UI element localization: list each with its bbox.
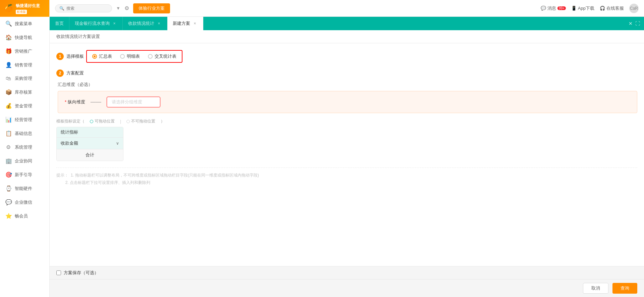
radio-cross-dot	[148, 54, 153, 59]
expand-icon[interactable]: ⛶	[635, 21, 640, 26]
sidebar-item-basic-info[interactable]: 📋 基础信息	[0, 127, 49, 140]
sidebar-item-marketing[interactable]: 🎁 营销推广	[0, 44, 49, 58]
tab-cash-bank[interactable]: 现金银行流水查询 ×	[69, 17, 123, 30]
sidebar-item-sales[interactable]: 👤 销售管理	[0, 58, 49, 72]
metrics-cell-revenue[interactable]: 收款金额 ∨	[57, 138, 123, 149]
dimension-area: * 纵向维度 —— 请选择分组维度	[58, 91, 637, 113]
gear-icon: ⚙	[5, 144, 11, 150]
step1-number: 1	[59, 54, 61, 59]
tab-receipt-stats-close-icon[interactable]: ×	[156, 21, 162, 26]
download-btn[interactable]: 📱 App下载	[571, 5, 594, 11]
notification-btn[interactable]: 💬 消息 99+	[541, 5, 566, 11]
settings-icon[interactable]: ⚙	[124, 5, 129, 11]
radio-cross-label: 交叉统计表	[155, 53, 176, 59]
step2-number: 2	[59, 71, 61, 76]
sidebar-item-enterprise-wechat[interactable]: 💬 企业微信	[0, 195, 49, 209]
tab-receipt-stats[interactable]: 收款情况统计 ×	[123, 17, 167, 30]
download-icon: 📱	[571, 6, 577, 11]
tabbar-end: ✕ ⛶	[625, 17, 644, 30]
tip-text-2: 2. 点击标题栏下拉可设置排序、插入列和删除列	[56, 179, 637, 187]
step1-title: 选择模板	[66, 53, 84, 59]
vertical-dimension-label: * 纵向维度	[65, 99, 85, 105]
main-content: 🔍 ▼ ⚙ 体验行业方案 💬 消息 99+ 📱 App下载 🎧 在线客服 CaR	[50, 0, 644, 297]
metrics-label-suffix: ）	[161, 118, 165, 124]
sidebar-item-smart-hw[interactable]: ⌚ 智能硬件	[0, 182, 49, 195]
cancel-button[interactable]: 取消	[583, 283, 608, 294]
sidebar-item-label: 库存核算	[15, 89, 32, 95]
metrics-section: 模板指标设定（ 可拖动位置 | 不可拖动位置 ）	[56, 118, 637, 162]
sidebar-item-guide[interactable]: 🎯 新手引导	[0, 168, 49, 182]
save-checkbox[interactable]	[56, 270, 61, 275]
query-button[interactable]: 查询	[612, 283, 637, 294]
chevron-down-icon[interactable]: ∨	[116, 141, 119, 146]
step1-section: 1 选择模板 汇总表 明细表	[56, 50, 637, 63]
no-drag-dot-icon	[126, 120, 130, 123]
tips-area: 提示： 1. 拖动标题栏可以调整布局，不可跨维度或指标区域拖动栏目字段(只能在同…	[56, 167, 637, 186]
building-icon: 🏢	[5, 158, 11, 164]
search-box[interactable]: 🔍	[55, 4, 112, 12]
bag-icon: 🛍	[5, 76, 11, 82]
tab-home[interactable]: 首页	[50, 17, 69, 30]
metrics-cell-label: 收款金额	[61, 140, 78, 146]
sidebar-item-label: 智能硬件	[15, 186, 32, 192]
content-area: 收款情况统计方案设置 1 选择模板 汇总表	[50, 30, 644, 297]
sidebar-item-search-menu[interactable]: 🔍 搜索菜单	[0, 17, 49, 31]
radio-detail-label: 明细表	[127, 53, 140, 59]
draggable-indicator: 可拖动位置	[90, 118, 115, 124]
metrics-label: 模板指标设定（	[56, 118, 85, 124]
search-icon: 🔍	[5, 20, 11, 27]
download-label: App下载	[578, 5, 594, 11]
sidebar-item-quick-nav[interactable]: 🏠 快捷导航	[0, 31, 49, 44]
sidebar-item-capital[interactable]: 💰 资金管理	[0, 99, 49, 113]
metrics-table: 统计指标 收款金额 ∨ 合计	[56, 127, 123, 161]
radio-summary-label: 汇总表	[99, 53, 112, 59]
chart-icon: 📊	[5, 116, 11, 123]
tab-new-plan-close-icon[interactable]: ×	[192, 21, 198, 26]
sidebar-item-label: 营销推广	[15, 48, 32, 54]
dimension-input[interactable]: 请选择分组维度	[107, 97, 160, 107]
sidebar-item-operations[interactable]: 📊 经营管理	[0, 113, 49, 127]
topbar-right: 💬 消息 99+ 📱 App下载 🎧 在线客服 CaR	[541, 4, 639, 13]
radio-summary[interactable]: 汇总表	[92, 53, 112, 59]
user-avatar[interactable]: CaR	[629, 4, 639, 13]
search-icon: 🔍	[59, 6, 64, 11]
industry-btn[interactable]: 体验行业方案	[133, 3, 170, 13]
step2-section: 2 方案配置 汇总维度（必选） * 纵向维度 ——	[56, 69, 637, 186]
radio-cross[interactable]: 交叉统计表	[148, 53, 176, 59]
dimension-placeholder: 请选择分组维度	[112, 99, 142, 105]
search-dropdown-icon[interactable]: ▼	[116, 6, 120, 11]
sidebar-item-member[interactable]: ⭐ 畅会员	[0, 209, 49, 223]
sidebar-item-system[interactable]: ⚙ 系统管理	[0, 140, 49, 154]
support-btn[interactable]: 🎧 在线客服	[600, 5, 624, 11]
tip-text-1: 提示： 1. 拖动标题栏可以调整布局，不可跨维度或指标区域拖动栏目字段(只能在同…	[56, 172, 637, 179]
radio-summary-dot	[92, 54, 97, 59]
sidebar-item-label: 新手引导	[15, 172, 32, 178]
support-icon: 🎧	[600, 6, 605, 11]
search-input[interactable]	[66, 6, 110, 11]
footer: 取消 查询	[50, 279, 644, 297]
sidebar-item-label: 销售管理	[15, 62, 32, 68]
notification-badge: 99+	[557, 6, 566, 10]
close-all-icon[interactable]: ✕	[629, 21, 633, 26]
chat-icon: 💬	[5, 199, 11, 205]
radio-detail[interactable]: 明细表	[120, 53, 140, 59]
sidebar-item-label: 搜索菜单	[15, 21, 32, 27]
metrics-total: 合计	[57, 149, 123, 161]
logo-badge: 标准版	[16, 10, 27, 14]
topbar: 🔍 ▼ ⚙ 体验行业方案 💬 消息 99+ 📱 App下载 🎧 在线客服 CaR	[50, 0, 644, 17]
sidebar-logo: 🍊 畅捷通好生意 标准版	[0, 0, 49, 17]
dimension-section-label: 汇总维度（必选）	[58, 82, 637, 88]
sidebar-item-purchase[interactable]: 🛍 采购管理	[0, 72, 49, 85]
sidebar-item-label: 基础信息	[15, 131, 32, 137]
gift-icon: 🎁	[5, 48, 11, 54]
step1-header: 1 选择模板 汇总表 明细表	[56, 50, 637, 63]
tab-new-plan[interactable]: 新建方案 ×	[167, 17, 203, 30]
step2-title: 方案配置	[66, 70, 84, 76]
step1-circle: 1	[56, 53, 64, 60]
sidebar-item-inventory[interactable]: 📦 库存核算	[0, 85, 49, 99]
sidebar-item-enterprise-coop[interactable]: 🏢 企业协同	[0, 154, 49, 168]
sidebar-item-label: 经营管理	[15, 117, 32, 123]
sidebar-item-label: 采购管理	[15, 76, 32, 82]
metrics-table-header: 统计指标	[57, 127, 123, 138]
tab-cash-bank-close-icon[interactable]: ×	[112, 21, 117, 26]
